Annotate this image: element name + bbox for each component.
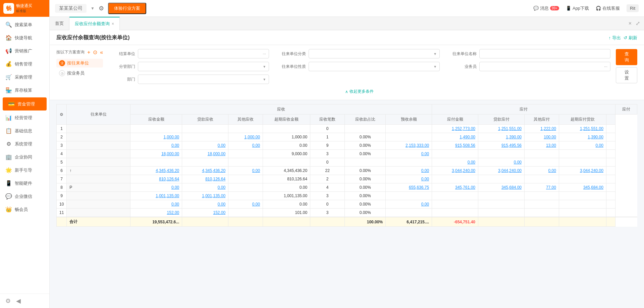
cell-overdue-payable[interactable]: 1,390.00 (559, 133, 606, 141)
scheme-item-salesperson[interactable]: ◷ 按业务员 (56, 69, 103, 78)
refresh-button[interactable]: ↺ 刷新 (624, 35, 637, 41)
cell-payable-amount[interactable]: 1,490.00 (432, 133, 478, 141)
cell-other-receivable[interactable] (228, 192, 263, 200)
wanglai-name-input[interactable] (479, 49, 610, 58)
message-button[interactable]: 💬 消息 99+ (533, 5, 559, 11)
cell-other-payable[interactable] (525, 192, 559, 200)
cell-link[interactable]: 810,126.64 (205, 177, 225, 181)
cell-receivable-amount[interactable]: 0.00 (130, 200, 182, 209)
cell-link[interactable]: 0.00 (252, 143, 260, 148)
cell-payable-amount[interactable]: 345,761.00 (432, 183, 478, 192)
cell-other-payable[interactable]: 77.00 (525, 183, 559, 192)
cell-other-receivable[interactable]: 0.00 (228, 167, 263, 175)
scheme-collapse-icon[interactable]: « (100, 49, 103, 55)
cell-link[interactable]: 345,684.00 (501, 185, 522, 190)
cell-other-payable[interactable]: 100.00 (525, 133, 559, 141)
cell-link[interactable]: 18,000.00 (161, 151, 179, 156)
cell-link[interactable]: 100.00 (544, 135, 556, 139)
sidebar-item-operations[interactable]: 📊经营管理 (0, 111, 49, 124)
window-maximize-icon[interactable]: ⤢ (634, 19, 641, 28)
cell-loan-receivable[interactable]: 1,001,135.00 (182, 192, 228, 200)
add-scheme-icon[interactable]: + (87, 49, 90, 55)
cell-prepaid-balance[interactable]: 655,636.75 (386, 183, 432, 192)
cell-receivable-amount[interactable]: 0.00 (130, 141, 182, 150)
cell-loan-receivable[interactable]: 810,126.64 (182, 175, 228, 183)
cell-overdue-payable[interactable]: 1,251,551.00 (559, 125, 606, 133)
scheme-settings-icon[interactable]: ⊙ (93, 49, 97, 55)
scheme-item-partner[interactable]: 业 按往来单位 (56, 59, 103, 68)
cell-link[interactable]: 1,390.00 (588, 135, 603, 139)
cell-payable-amount[interactable] (432, 209, 478, 217)
cell-prepaid-balance[interactable]: 0.00 (386, 167, 432, 175)
cell-link[interactable]: 345,684.00 (583, 185, 603, 190)
sidebar-item-marketing[interactable]: 📢营销推广 (0, 44, 49, 57)
cell-receivable-amount[interactable] (130, 125, 182, 133)
tab-close-icon[interactable]: × (112, 21, 114, 26)
cell-link[interactable]: 0.00 (252, 202, 260, 207)
cell-loan-payable[interactable] (478, 150, 525, 158)
sidebar-item-quicknav[interactable]: 🏠快捷导航 (0, 31, 49, 44)
cell-other-receivable[interactable] (228, 158, 263, 167)
sidebar-item-purchase[interactable]: 🛒采购管理 (0, 71, 49, 84)
collapse-icon[interactable]: ◀ (16, 297, 21, 305)
cell-loan-payable[interactable] (478, 209, 525, 217)
cell-payable-amount[interactable] (432, 192, 478, 200)
cell-loan-receivable[interactable]: 0.00 (182, 200, 228, 209)
topbar-company[interactable]: 某某某公司 (55, 4, 87, 13)
cell-link[interactable]: 1,252,773.00 (452, 126, 475, 131)
cell-link[interactable]: 1,000.00 (164, 135, 179, 139)
query-button[interactable]: 查询 (616, 49, 637, 65)
cell-link[interactable]: 345,761.00 (455, 185, 475, 190)
tab-receivable[interactable]: 应收应付余额查询 × (69, 17, 120, 30)
cell-prepaid-balance[interactable] (386, 133, 432, 141)
sidebar-item-hardware[interactable]: 📱智能硬件 (0, 177, 49, 190)
cell-other-payable[interactable] (525, 175, 559, 183)
cell-other-payable[interactable]: 0.00 (525, 167, 559, 175)
cell-loan-receivable[interactable] (182, 158, 228, 167)
cell-other-payable[interactable] (525, 150, 559, 158)
cell-prepaid-balance[interactable]: 2,153,333.00 (386, 141, 432, 150)
settings-icon[interactable]: ⚙ (5, 297, 11, 305)
cell-payable-amount[interactable]: 3,044,240.00 (432, 167, 478, 175)
cell-link[interactable]: 0.00 (421, 151, 429, 156)
cell-link[interactable]: 0.00 (252, 168, 260, 173)
cell-payable-amount[interactable] (432, 200, 478, 209)
cell-link[interactable]: 3,044,240.00 (452, 168, 475, 173)
cell-link[interactable]: 0.00 (421, 202, 429, 207)
cell-overdue-payable[interactable] (559, 209, 606, 217)
cell-link[interactable]: 4,345,436.20 (156, 168, 179, 173)
cell-link[interactable]: 152.00 (213, 210, 226, 215)
cell-loan-payable[interactable] (478, 192, 525, 200)
cell-prepaid-balance[interactable]: 0.00 (386, 200, 432, 209)
cell-overdue-payable[interactable]: 3,044,240.00 (559, 167, 606, 175)
cell-link[interactable]: 1,000.00 (244, 135, 260, 139)
cell-overdue-payable[interactable] (559, 175, 606, 183)
cell-overdue-payable[interactable] (559, 158, 606, 167)
cell-link[interactable]: 2,153,333.00 (406, 143, 429, 148)
cell-loan-receivable[interactable]: 0.00 (182, 183, 228, 192)
cell-receivable-amount[interactable]: 1,001,135.00 (130, 192, 182, 200)
sidebar-item-corp[interactable]: 🏢企业协同 (0, 150, 49, 164)
tab-home[interactable]: 首页 (50, 17, 69, 30)
cell-other-payable[interactable] (525, 209, 559, 217)
cell-loan-payable[interactable] (478, 200, 525, 209)
cell-overdue-payable[interactable] (559, 150, 606, 158)
cell-other-payable[interactable]: 13.00 (525, 141, 559, 150)
cell-link[interactable]: 0.00 (548, 168, 556, 173)
cell-prepaid-balance[interactable] (386, 192, 432, 200)
cell-link[interactable]: 0.00 (171, 202, 179, 207)
sidebar-item-wechat[interactable]: 💬企业微信 (0, 190, 49, 203)
cell-loan-payable[interactable] (478, 175, 525, 183)
jiesuan-input[interactable]: ··· (138, 49, 269, 58)
cell-link[interactable]: 0.00 (421, 168, 429, 173)
cell-link[interactable]: 810,126.64 (159, 177, 179, 181)
cell-link[interactable]: 4,345,436.20 (202, 168, 225, 173)
wanglai-nature-input[interactable]: ▼ (309, 62, 440, 71)
cell-other-receivable[interactable] (228, 183, 263, 192)
cell-loan-receivable[interactable]: 4,345,436.20 (182, 167, 228, 175)
set-button[interactable]: 设置 (616, 67, 637, 83)
sidebar-item-search[interactable]: 🔍搜索菜单 (0, 18, 49, 31)
cell-loan-receivable[interactable] (182, 133, 228, 141)
dept-input[interactable]: ▼ (138, 75, 269, 84)
cell-other-receivable[interactable] (228, 175, 263, 183)
